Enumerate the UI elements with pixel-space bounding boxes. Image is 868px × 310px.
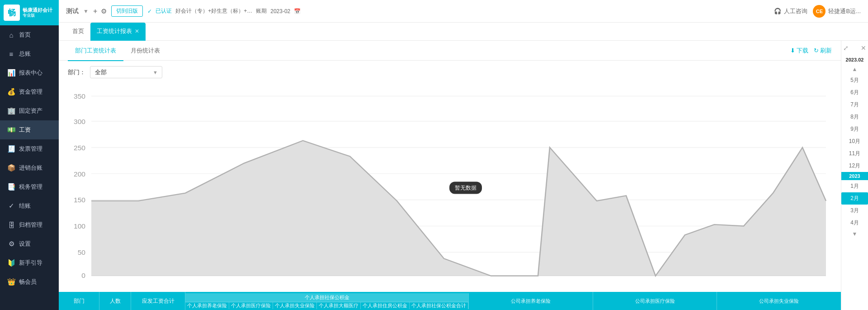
sidebar-item-archive[interactable]: 🗄 归档管理 bbox=[0, 215, 59, 234]
tab-home[interactable]: 首页 bbox=[66, 23, 90, 41]
sidebar-item-sales[interactable]: 📦 进销台账 bbox=[0, 158, 59, 177]
month-item-9[interactable]: 9月 bbox=[841, 123, 868, 135]
group-title-personal: 个人承担社保公积金 bbox=[185, 293, 468, 302]
month-item-10[interactable]: 10月 bbox=[841, 135, 868, 148]
th-total-salary: 应发工资合计 bbox=[131, 292, 185, 310]
sidebar-item-label: 进销台账 bbox=[19, 164, 42, 172]
svg-text:150: 150 bbox=[74, 197, 85, 204]
month-item-11[interactable]: 11月 bbox=[841, 148, 868, 160]
sub-tab-dept[interactable]: 部门工资统计表 bbox=[68, 41, 123, 61]
month-item-6[interactable]: 6月 bbox=[841, 86, 868, 99]
chart-svg: 350 300 250 200 150 100 50 0 bbox=[68, 88, 832, 287]
department-select[interactable]: 全部 财务部 销售部 技术部 bbox=[90, 66, 162, 78]
download-label: 下载 bbox=[797, 47, 808, 55]
sub-tab-month-label: 月份统计表 bbox=[131, 47, 160, 55]
sidebar-item-vip[interactable]: 👑 畅会员 bbox=[0, 272, 59, 291]
month-item-4[interactable]: 4月 bbox=[841, 217, 868, 229]
month-item-7[interactable]: 7月 bbox=[841, 99, 868, 111]
sidebar-item-settings[interactable]: ⚙ 设置 bbox=[0, 234, 59, 253]
download-button[interactable]: ⬇ 下载 bbox=[790, 47, 808, 55]
sidebar-item-label: 工资 bbox=[19, 126, 31, 134]
scroll-down-icon[interactable]: ▼ bbox=[850, 229, 859, 239]
user-service-btn[interactable]: 🎧 人工咨询 bbox=[774, 7, 807, 15]
month-item-12[interactable]: 12月 bbox=[841, 160, 868, 172]
sidebar: 畅 畅康通好会计 专业版 ⌂ 首页 ≡ 总账 📊 报表中心 💰 资金管理 🏢 固… bbox=[0, 0, 59, 310]
expand-panel-icon[interactable]: ⤢ bbox=[843, 44, 849, 52]
reports-icon: 📊 bbox=[7, 69, 15, 77]
month-item-1[interactable]: 1月 bbox=[841, 180, 868, 192]
sidebar-item-label: 资金管理 bbox=[19, 88, 42, 96]
th-personal-elderly: 个人承担养老保险 bbox=[185, 302, 229, 309]
main-area: 测试 ▼ + ⚙ 切到旧版 ✓ 已认证 好会计（专）+好生意（标）+… 账期 2… bbox=[59, 0, 868, 310]
sidebar-item-salary[interactable]: 💵 工资 bbox=[0, 120, 59, 139]
th-count: 人数 bbox=[99, 292, 131, 310]
add-icon[interactable]: + bbox=[93, 7, 97, 15]
month-item-5[interactable]: 5月 bbox=[841, 74, 868, 86]
month-item-8[interactable]: 8月 bbox=[841, 111, 868, 123]
th-personal-unemploy: 个人承担失业保险 bbox=[273, 302, 317, 309]
dropdown-arrow-icon[interactable]: ▼ bbox=[83, 8, 89, 14]
topbar-title: 测试 bbox=[66, 7, 79, 15]
svg-text:250: 250 bbox=[74, 144, 85, 151]
logo-subtitle: 专业版 bbox=[23, 13, 52, 19]
svg-text:350: 350 bbox=[74, 93, 85, 100]
sidebar-item-label: 首页 bbox=[19, 31, 31, 39]
certified-icon: ✓ bbox=[147, 8, 152, 14]
invoice-icon: 🧾 bbox=[7, 145, 15, 153]
month-item-2[interactable]: 2月 bbox=[841, 192, 868, 205]
guide-icon: 🔰 bbox=[7, 259, 15, 267]
vip-icon: 👑 bbox=[7, 278, 15, 286]
funds-icon: 💰 bbox=[7, 88, 15, 96]
sidebar-item-home[interactable]: ⌂ 首页 bbox=[0, 25, 59, 44]
department-select-wrap: 全部 财务部 销售部 技术部 ▼ bbox=[90, 66, 162, 78]
home-icon: ⌂ bbox=[7, 31, 15, 39]
group-cols-personal: 个人承担养老保险 个人承担医疗保险 个人承担失业保险 个人承担大额医疗 个人承担… bbox=[185, 302, 468, 309]
sidebar-item-label: 固定资产 bbox=[19, 107, 42, 115]
month-list: 5月 6月 7月 8月 9月 10月 11月 12月 2023 1月 2月 3月… bbox=[841, 74, 868, 229]
settings-icon: ⚙ bbox=[7, 240, 15, 248]
tab-salary-report[interactable]: 工资统计报表 ✕ bbox=[90, 23, 146, 41]
calendar-icon[interactable]: 📅 bbox=[294, 8, 301, 14]
sidebar-item-reports[interactable]: 📊 报表中心 bbox=[0, 63, 59, 82]
th-personal-total: 个人承担社保公积金合计 bbox=[410, 302, 468, 309]
current-year-label: 2023.02 bbox=[846, 57, 864, 62]
main-panel: 部门工资统计表 月份统计表 ⬇ 下载 ↻ 刷新 bbox=[59, 41, 841, 310]
th-company-unemploy: 公司承担失业保险 bbox=[717, 292, 841, 310]
sidebar-item-label: 发票管理 bbox=[19, 145, 42, 153]
sidebar-item-invoice[interactable]: 🧾 发票管理 bbox=[0, 139, 59, 158]
tab-close-icon[interactable]: ✕ bbox=[135, 28, 139, 34]
sidebar-item-settle[interactable]: ✓ 结账 bbox=[0, 196, 59, 215]
tax-icon: 📑 bbox=[7, 183, 15, 191]
content-area: 部门工资统计表 月份统计表 ⬇ 下载 ↻ 刷新 bbox=[59, 41, 868, 310]
assets-icon: 🏢 bbox=[7, 107, 15, 115]
user-avatar-area[interactable]: CE 轻捷通B运... bbox=[813, 5, 861, 18]
sidebar-item-assets[interactable]: 🏢 固定资产 bbox=[0, 101, 59, 120]
sales-icon: 📦 bbox=[7, 164, 15, 172]
topbar: 测试 ▼ + ⚙ 切到旧版 ✓ 已认证 好会计（专）+好生意（标）+… 账期 2… bbox=[59, 0, 868, 23]
right-panel: ✕ ⤢ 2023.02 ▲ 5月 6月 7月 8月 9月 10月 11月 12月… bbox=[841, 41, 868, 310]
ledger-icon: ≡ bbox=[7, 50, 15, 58]
sidebar-item-label: 新手引导 bbox=[19, 259, 42, 267]
sub-tab-month[interactable]: 月份统计表 bbox=[123, 41, 167, 61]
topbar-right: 🎧 人工咨询 CE 轻捷通B运... bbox=[774, 5, 861, 18]
switch-to-old-button[interactable]: 切到旧版 bbox=[111, 5, 143, 17]
refresh-button[interactable]: ↻ 刷新 bbox=[814, 47, 832, 55]
close-panel-icon[interactable]: ✕ bbox=[861, 44, 866, 52]
chart-area: 350 300 250 200 150 100 50 0 bbox=[59, 84, 841, 292]
filter-label: 部门： bbox=[68, 68, 85, 76]
filter-row: 部门： 全部 财务部 销售部 技术部 ▼ bbox=[59, 61, 841, 84]
sidebar-item-guide[interactable]: 🔰 新手引导 bbox=[0, 253, 59, 272]
sidebar-item-funds[interactable]: 💰 资金管理 bbox=[0, 82, 59, 101]
month-item-3[interactable]: 3月 bbox=[841, 205, 868, 217]
refresh-icon: ↻ bbox=[814, 47, 819, 54]
gear-icon[interactable]: ⚙ bbox=[101, 7, 107, 15]
svg-text:50: 50 bbox=[78, 249, 85, 256]
certified-label: 已认证 bbox=[156, 7, 172, 15]
logo-text: 畅康通好会计 专业版 bbox=[23, 7, 52, 19]
sidebar-item-label: 归档管理 bbox=[19, 221, 42, 229]
sidebar-item-ledger[interactable]: ≡ 总账 bbox=[0, 44, 59, 63]
svg-text:300: 300 bbox=[74, 119, 85, 125]
sidebar-item-tax[interactable]: 📑 税务管理 bbox=[0, 177, 59, 196]
scroll-up-icon[interactable]: ▲ bbox=[850, 64, 859, 74]
table-footer-header: 部门 人数 应发工资合计 个人承担社保公积金 个人承担养老保险 个人承担医疗保险… bbox=[59, 292, 841, 310]
